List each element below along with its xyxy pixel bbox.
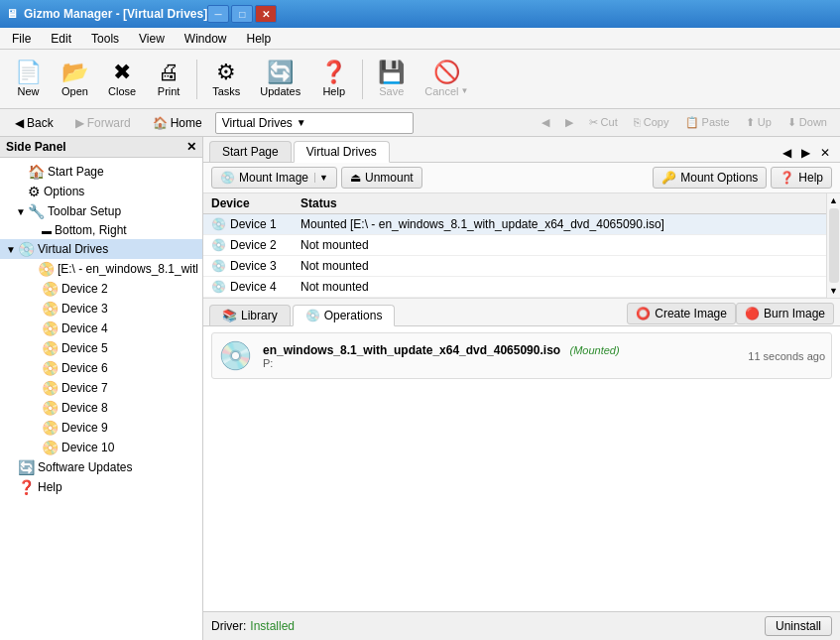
burn-image-button[interactable]: 🔴 Burn Image [736, 303, 834, 324]
menu-view[interactable]: View [131, 30, 173, 48]
home-button[interactable]: 🏠 Home [144, 113, 211, 133]
library-tab[interactable]: 📚 Library [209, 305, 291, 325]
cancel-button[interactable]: 🚫 Cancel ▼ [416, 55, 477, 104]
sidebar-item-options[interactable]: ⚙ Options [0, 182, 202, 201]
menu-file[interactable]: File [4, 30, 39, 48]
operations-tab[interactable]: 💿 Operations [293, 305, 396, 326]
table-row[interactable]: 💿 Device 1 Mounted [E:\ - en_windows_8.1… [203, 214, 826, 235]
vd-help-label: Help [798, 171, 823, 185]
driver-status: Installed [250, 619, 295, 633]
expand-icon [28, 225, 42, 236]
menu-edit[interactable]: Edit [43, 30, 79, 48]
sidebar-item-device7[interactable]: 📀 Device 7 [0, 378, 202, 398]
ops-mounted-badge: (Mounted) [569, 344, 619, 356]
scroll-down-arrow[interactable]: ▼ [827, 284, 840, 298]
device-cell: 💿 Device 2 [203, 235, 293, 255]
content-panel: Start Page Virtual Drives ◀ ▶ ✕ 💿 Mount … [203, 137, 840, 640]
tab-close-button[interactable]: ✕ [816, 144, 834, 162]
tab-virtual-drives[interactable]: Virtual Drives [294, 141, 390, 163]
sidebar-item-device10[interactable]: 📀 Device 10 [0, 438, 202, 457]
menu-window[interactable]: Window [177, 30, 235, 48]
sidebar-item-software-updates[interactable]: 🔄 Software Updates [0, 457, 202, 477]
device-cell: 💿 Device 1 [203, 214, 293, 234]
save-button[interactable]: 💾 Save [369, 55, 414, 104]
disk-icon: 📀 [42, 380, 59, 396]
sidebar-item-device9[interactable]: 📀 Device 9 [0, 418, 202, 438]
scroll-up-arrow[interactable]: ▲ [827, 193, 840, 207]
create-image-button[interactable]: ⭕ Create Image [627, 303, 736, 324]
table-row[interactable]: 💿 Device 4 Not mounted [203, 277, 826, 298]
mount-options-button[interactable]: 🔑 Mount Options [653, 167, 767, 189]
nav-down-button[interactable]: ⬇ Down [780, 113, 834, 132]
vd-help-button[interactable]: ❓ Help [771, 167, 832, 189]
open-button[interactable]: 📂 Open [53, 55, 97, 104]
operation-item[interactable]: 💿 en_windows_8.1_with_update_x64_dvd_406… [211, 332, 832, 379]
menu-tools[interactable]: Tools [83, 30, 127, 48]
uninstall-button[interactable]: Uninstall [765, 616, 832, 636]
table-row[interactable]: 💿 Device 3 Not mounted [203, 256, 826, 277]
vd-toolbar: 💿 Mount Image ▼ ⏏ Unmount 🔑 Mount Option… [203, 163, 840, 193]
new-button[interactable]: 📄 New [6, 55, 51, 104]
table-scrollbar[interactable]: ▲ ▼ [826, 193, 840, 298]
sidebar-item-device8[interactable]: 📀 Device 8 [0, 398, 202, 418]
cancel-dropdown-icon: ▼ [460, 86, 468, 95]
back-button[interactable]: ◀ Back [6, 113, 62, 133]
sidebar-item-toolbar-setup[interactable]: ▼ 🔧 Toolbar Setup [0, 201, 202, 221]
app-icon: 🖥 [6, 7, 18, 21]
sidebar-item-device2[interactable]: 📀 Device 2 [0, 279, 202, 299]
device-disc-icon: 💿 [211, 238, 226, 252]
sidebar-item-help[interactable]: ❓ Help [0, 477, 202, 497]
device-name: Device 1 [230, 217, 277, 231]
address-bar[interactable]: Virtual Drives ▼ [215, 112, 414, 134]
tasks-label: Tasks [212, 85, 240, 97]
nav-copy-button[interactable]: ⎘ Copy [627, 113, 676, 132]
sidepanel-close-button[interactable]: ✕ [186, 140, 196, 154]
sidebar-item-vd-en-windows[interactable]: 📀 [E:\ - en_windows_8.1_witl [0, 259, 202, 279]
sidebar-item-device3[interactable]: 📀 Device 3 [0, 299, 202, 319]
nav-forward2-button[interactable]: ▶ [558, 113, 580, 132]
sidebar-item-device4[interactable]: 📀 Device 4 [0, 319, 202, 338]
table-header: Device Status [203, 193, 826, 214]
table-row[interactable]: 💿 Device 2 Not mounted [203, 235, 826, 256]
device-name: Device 2 [230, 238, 277, 252]
collapse-icon[interactable]: ▼ [14, 206, 28, 217]
home-label: Home [171, 116, 202, 130]
collapse-icon[interactable]: ▼ [4, 244, 18, 255]
mount-image-button[interactable]: 💿 Mount Image ▼ [211, 167, 337, 189]
tab-start-page[interactable]: Start Page [209, 141, 292, 162]
minimize-button[interactable]: ─ [207, 5, 229, 23]
updates-button[interactable]: 🔄 Updates [251, 55, 309, 104]
nav-paste-button[interactable]: 📋 Paste [678, 113, 737, 132]
unmount-button[interactable]: ⏏ Unmount [341, 167, 422, 189]
sidebar-item-device6[interactable]: 📀 Device 6 [0, 358, 202, 378]
window-controls: ─ □ ✕ [207, 5, 277, 23]
sidebar-item-device5[interactable]: 📀 Device 5 [0, 338, 202, 358]
close-toolbar-label: Close [108, 85, 136, 97]
close-toolbar-button[interactable]: ✖ Close [99, 55, 145, 104]
sidebar-item-virtual-drives[interactable]: ▼ 💿 Virtual Drives [0, 239, 202, 259]
maximize-button[interactable]: □ [231, 5, 253, 23]
expand-icon [28, 304, 42, 315]
nav-up-button[interactable]: ⬆ Up [739, 113, 779, 132]
close-button[interactable]: ✕ [255, 5, 277, 23]
help-toolbar-button[interactable]: ❓ Help [311, 55, 356, 104]
expand-icon [14, 167, 28, 178]
nav-back2-button[interactable]: ◀ [535, 113, 556, 132]
ops-filename: en_windows_8.1_with_update_x64_dvd_40650… [263, 343, 560, 357]
tab-next-button[interactable]: ▶ [797, 144, 814, 162]
print-button[interactable]: 🖨 Print [147, 55, 190, 104]
tab-prev-button[interactable]: ◀ [779, 144, 795, 162]
sidebar-item-start-page[interactable]: 🏠 Start Page [0, 162, 202, 182]
menu-help[interactable]: Help [239, 30, 280, 48]
toolbar-setup-icon: 🔧 [28, 203, 45, 219]
updates-icon: 🔄 [267, 62, 294, 83]
nav-cut-button[interactable]: ✂ Cut [582, 113, 625, 132]
tasks-button[interactable]: ⚙ Tasks [203, 55, 249, 104]
burn-image-label: Burn Image [764, 307, 825, 320]
expand-icon [28, 284, 42, 295]
home-icon: 🏠 [153, 116, 168, 130]
forward-button[interactable]: ▶ Forward [66, 113, 140, 133]
scroll-thumb [829, 208, 839, 283]
sidebar-item-bottom-right[interactable]: ▬ Bottom, Right [0, 221, 202, 239]
library-icon: 📚 [222, 309, 237, 322]
